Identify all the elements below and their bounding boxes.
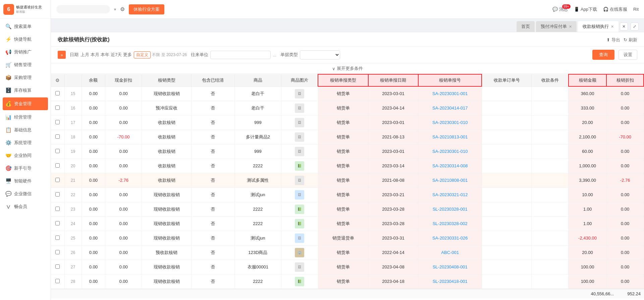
cell-checkbox[interactable] — [51, 144, 64, 159]
cell-balance: 0.00 — [82, 274, 105, 289]
date-label: 日期 — [70, 52, 78, 58]
cell-bill-report-no: SA-20230321-012 — [418, 187, 482, 202]
quick-nav-icon: ⚡ — [5, 36, 11, 42]
tab-close-advance[interactable]: ✕ — [569, 25, 572, 29]
cell-goods-img: 🖼 — [281, 144, 318, 159]
cell-goods-img: 🖼 — [281, 231, 318, 245]
sidebar-item-purchase[interactable]: 📦采购管理 — [0, 71, 51, 84]
cell-cash-discount: 0.00 — [105, 274, 142, 289]
write-off-discount-total: 952.24 — [627, 291, 641, 296]
finance-icon: 💰 — [5, 101, 11, 107]
date-more[interactable]: 更多 — [123, 52, 132, 58]
cell-write-off-type: 收款核销 — [142, 115, 192, 130]
sidebar-item-quick-nav[interactable]: ⚡快捷导航 — [0, 33, 51, 46]
cell-bill-report-no: SA-20230414-017 — [418, 101, 482, 115]
cell-receipt-condition — [532, 245, 569, 260]
topbar-search-input[interactable] — [56, 5, 110, 13]
date-range-display: 不限 至 2023-07-26 — [152, 52, 187, 58]
industry-solution-button[interactable]: 休验行业方案 — [129, 4, 164, 14]
filter-expand-button[interactable]: » — [58, 51, 66, 59]
cell-checkbox[interactable] — [51, 130, 64, 144]
cell-checkbox[interactable] — [51, 86, 64, 101]
sidebar-item-finance[interactable]: 💰资金管理 — [3, 97, 48, 110]
tab-advance[interactable]: 预付冲应付单 ✕ — [536, 21, 577, 32]
cell-checkbox[interactable] — [51, 101, 64, 115]
sidebar-item-sales[interactable]: 🛒销售管理 — [0, 58, 51, 71]
col-seq-header — [64, 74, 82, 86]
sidebar-item-marketing[interactable]: 📢营销推广 — [0, 46, 51, 58]
date-this-year[interactable]: 本年 — [101, 52, 109, 58]
sidebar-item-wechat[interactable]: 💬企业微信 — [0, 187, 51, 200]
partner-more-icon[interactable]: ... — [273, 52, 276, 57]
partner-input[interactable] — [210, 51, 271, 59]
col-receipt-condition-header: 收款条件 — [532, 74, 569, 86]
cell-goods: 衣服00001 — [234, 260, 281, 274]
date-last-7-days[interactable]: 近7天 — [111, 52, 122, 58]
cell-receipt-condition — [532, 260, 569, 274]
cell-bill-report-no: SA-20230301-010 — [418, 115, 482, 130]
message-button[interactable]: 💬 消息 99+ — [552, 6, 568, 12]
sidebar-item-vip[interactable]: V畅会员 — [0, 200, 51, 213]
setting-button[interactable]: 设置 — [619, 50, 637, 60]
topbar-gear-icon[interactable]: ⚙ — [120, 6, 125, 12]
cell-bill-report-type: 销货单 — [318, 173, 368, 187]
cell-receipt-condition — [532, 187, 569, 202]
search-icon: 🔍 — [5, 24, 11, 30]
cell-balance: 0.00 — [82, 245, 105, 260]
col-settings-header[interactable]: ⚙ — [51, 74, 64, 86]
cell-checkbox[interactable] — [51, 216, 64, 231]
cell-checkbox[interactable] — [51, 231, 64, 245]
cell-write-off-amount: 360.00 — [569, 86, 606, 101]
cell-checkbox[interactable] — [51, 245, 64, 260]
expand-more-button[interactable]: ∨ 展开更多条件 — [332, 66, 363, 72]
tabbar-actions: ✕ ⤢ — [620, 23, 639, 31]
online-service-button[interactable]: 🎧 在线客服 — [603, 6, 627, 12]
system-icon: ⚙️ — [5, 140, 11, 146]
user-avatar[interactable]: Rit — [633, 7, 639, 12]
date-last-month[interactable]: 上月 — [80, 52, 89, 58]
sidebar-item-system[interactable]: ⚙️系统管理 — [0, 136, 51, 149]
cell-checkbox[interactable] — [51, 260, 64, 274]
main-content: ▾ ⚙ 休验行业方案 💬 消息 99+ 📱 App下载 🎧 在线客服 Rit 首… — [51, 0, 644, 300]
tab-close-receipt-write-off[interactable]: ✕ — [611, 25, 614, 29]
sidebar-item-guide[interactable]: 🎯新手引导 — [0, 162, 51, 175]
cell-bill-report-no: SA-20230331-026 — [418, 231, 482, 245]
cell-bill-report-date: 2023-03-14 — [368, 159, 418, 173]
cell-goods: 999 — [234, 144, 281, 159]
cell-write-off-amount: 10.00 — [569, 187, 606, 202]
cell-goods-img: 🖼 — [281, 187, 318, 202]
bill-type-select[interactable] — [300, 50, 340, 59]
sidebar-item-corp[interactable]: 🤝企业协同 — [0, 149, 51, 162]
tab-receipt-write-off[interactable]: 收款核销执行 ✕ — [578, 21, 619, 32]
app-download-button[interactable]: 📱 App下载 — [574, 6, 597, 12]
page: 收款核销执行(按收款) ⬆ 导出 ↻ 刷新 » 日期 上月 本月 本 — [51, 32, 644, 300]
sidebar-item-operation[interactable]: 📊经营管理 — [0, 111, 51, 124]
refresh-button[interactable]: ↻ 刷新 — [624, 37, 637, 43]
cell-checkbox[interactable] — [51, 115, 64, 130]
cell-bill-report-no: SA-20210808-001 — [418, 173, 482, 187]
date-custom-button[interactable]: 自定义 — [134, 51, 151, 58]
cell-write-off-amount: 1.00 — [569, 216, 606, 231]
close-tab-button[interactable]: ✕ — [620, 23, 628, 31]
table-body: 15 0.00 0.00 现销收款核销 否 老白干 🖼 销货单 2023-03-… — [51, 86, 644, 289]
sidebar-item-inventory[interactable]: 🗄️库存核算 — [0, 84, 51, 97]
cell-checkbox[interactable] — [51, 187, 64, 202]
cell-checkbox[interactable] — [51, 274, 64, 289]
sidebar-item-base[interactable]: 📋基础信息 — [0, 124, 51, 136]
cell-checkbox[interactable] — [51, 202, 64, 216]
sidebar-item-smart[interactable]: 🖥️智能硬件 — [0, 175, 51, 187]
cell-write-off-discount: 0.00 — [606, 86, 644, 101]
topbar-chevron-icon[interactable]: ▾ — [114, 7, 116, 12]
tab-home[interactable]: 首页 — [517, 21, 535, 32]
query-button[interactable]: 查询 — [592, 50, 614, 60]
cell-receipt-condition — [532, 216, 569, 231]
export-button[interactable]: ⬆ 导出 — [606, 37, 620, 43]
cell-write-off-discount: 0.00 — [606, 159, 644, 173]
cell-checkbox[interactable] — [51, 159, 64, 173]
table-row: 17 0.00 0.00 收款核销 否 999 🖼 销货单 2023-03-01… — [51, 115, 644, 130]
cell-checkbox[interactable] — [51, 173, 64, 187]
date-this-month[interactable]: 本月 — [91, 52, 99, 58]
expand-tab-button[interactable]: ⤢ — [631, 23, 639, 31]
sidebar-item-search[interactable]: 🔍搜索菜单 — [0, 20, 51, 33]
col-cash-discount-header: 现金折扣 — [105, 74, 142, 86]
